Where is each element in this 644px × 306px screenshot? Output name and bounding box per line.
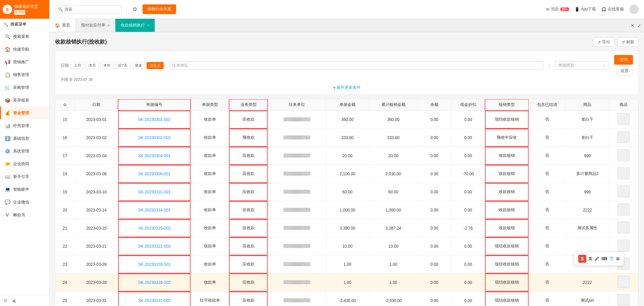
sidebar-item-system[interactable]: ⚙️ 系统管理 [0,145,49,158]
sidebar-item-finance[interactable]: 💰 资金管理 [0,107,49,119]
tab-writeoff-close[interactable]: × [147,23,149,28]
cell-cumamt: 333.00 [369,129,418,147]
sidebar-item-wechat[interactable]: 💬 企业微信 [0,196,49,208]
industry-btn[interactable]: 体验行业方案 [143,4,176,14]
export-icon: ↗ [597,40,601,45]
sidebar-item-sales[interactable]: 📋 销售管理 [0,68,49,81]
messages-btn[interactable]: ✉ 消息 99+ [546,6,569,12]
topbar-search-box[interactable]: 🔍 [55,5,122,13]
shirt-icon[interactable]: 👕 [609,256,614,261]
cell-goods: 老白干 [566,111,609,129]
col-header-writetype[interactable]: 核销类型 [485,99,529,111]
billno-link[interactable]: SK-20230315-002 [138,226,170,231]
tab-writeoff[interactable]: 收款核销执行 × [115,19,155,32]
col-header-biztype[interactable]: 业务类型 [229,99,268,111]
tab-prepay[interactable]: 预付款应付单 × [76,19,115,32]
cell-incl: 否 [529,165,566,183]
cell-goodsthumb [609,147,638,165]
billno-link[interactable]: SK-20230304-001 [138,154,170,158]
billno-link[interactable]: SK-20230331-002 [138,298,170,303]
sidebar-item-member[interactable]: V 畅会员 [0,208,49,221]
col-header-billtype[interactable]: 单据类型 [191,99,229,111]
sidebar-item-basics[interactable]: ℹ️ 基础信息 [0,132,49,145]
billno-link[interactable]: SK-20230310-001 [138,190,170,194]
billno-link[interactable]: SK-20230321-003 [138,244,170,249]
export-btn[interactable]: ↗ 导出 [593,38,614,47]
col-header-incl[interactable]: 包含已结清 [529,99,566,111]
page-title: 收款核销执行(按收款) [55,39,107,46]
col-header-cumamt[interactable]: 累计核销金额 [369,99,418,111]
float-brand-widget[interactable]: S 英 🎤 ⌨ 👕 ⊞ [574,252,624,266]
billno-link[interactable]: SK-20230328-002 [138,280,170,285]
user-avatar[interactable] [629,5,639,14]
keyboard-icon[interactable]: ⌨ [601,256,607,261]
refresh-btn[interactable]: ↺ 刷新 [617,38,639,47]
query-btn[interactable]: 查询 [614,55,633,65]
cell-discount: 0.00 [451,129,485,147]
cell-amount: 1,000.00 [326,201,369,219]
support-btn[interactable]: 🎧 在线客服 [601,6,624,12]
col-header-billno[interactable]: 单据编号 [118,99,191,111]
date-btn-7days[interactable]: 近7天 [115,62,130,69]
filter-settings-btn[interactable]: 设置 [616,66,633,76]
sidebar-item-hardware[interactable]: 💻 智能硬件 [0,183,49,196]
sidebar-item-guide[interactable]: 📖 新手引导 [0,170,49,183]
mic-icon[interactable]: 🎤 [594,256,599,261]
cell-incl: 否 [529,237,566,255]
collapse-icon[interactable]: ◀ [12,298,15,303]
cell-billno: SK-20230310-001 [118,183,191,201]
col-header-date[interactable]: 日期 [75,99,118,111]
filter-row: 日期 上月 本月 本年 近7天 更多 自定义 往来单位 ··· [61,55,633,76]
sidebar-item-enterprise[interactable]: 🤝 企业协同 [0,158,49,170]
col-header-goodsthumb[interactable]: 商品 [609,99,638,111]
hardware-icon: 💻 [4,186,10,192]
tab-expand-icon[interactable]: ⤢ [637,23,641,28]
sidebar-item-search[interactable]: 🔍 搜索菜单 [0,30,49,43]
cell-amount: 1.00 [326,255,369,273]
search-input[interactable] [64,7,111,12]
billno-link[interactable]: SK-20230308-001 [138,172,170,176]
billno-link[interactable]: SK-20230328-001 [138,262,170,267]
tab-close-all-icon[interactable]: ✕ [631,23,635,28]
col-header-balance[interactable]: 余额 [418,99,451,111]
sidebar-item-operation[interactable]: 📊 经营管理 [0,119,49,132]
sidebar-item-purchase[interactable]: 🛒 采购管理 [0,81,49,94]
sidebar-item-marketing[interactable]: 📢 营销推广 [0,56,49,68]
member-icon: V [4,212,10,218]
gear-icon[interactable]: ⚙ [131,5,139,14]
partner-select[interactable]: 往来单位 ··· [169,61,543,70]
sidebar-item-label: 新手引导 [13,174,29,180]
sidebar-item-inventory[interactable]: 📦 库存核算 [0,94,49,107]
app-download-btn[interactable]: 📱 App下载 [575,6,596,12]
sidebar-item-quicknav[interactable]: 🏠 快捷导航 [0,43,49,56]
col-header-amount[interactable]: 单据金额 [326,99,369,111]
date-btn-last-month[interactable]: 上月 [71,62,84,69]
cell-incl: 否 [529,129,566,147]
col-header-partner[interactable]: 往来单位 [268,99,326,111]
date-btn-this-month[interactable]: 本月 [86,62,99,69]
tab-prepay-close[interactable]: × [107,23,110,28]
cell-sno: 22 [55,237,75,255]
settings-icon[interactable]: ⚙ [63,103,67,107]
date-btn-this-year[interactable]: 本年 [100,62,114,69]
settings-icon[interactable]: ⚙ [3,298,8,303]
grid-icon[interactable]: ⊞ [616,256,620,261]
finance-icon: 💰 [4,110,10,116]
billno-link[interactable]: SK-20230314-001 [138,208,170,212]
cell-writetype: 收款核销 [485,165,529,183]
topbar-actions: ✉ 消息 99+ 📱 App下载 🎧 在线客服 [546,5,639,14]
bill-type-select[interactable]: 单据类型 ▼ [555,61,609,70]
tab-home[interactable]: 🏠 首页 [50,19,76,32]
col-header-goods[interactable]: 商品 [566,99,609,111]
date-btn-custom[interactable]: 自定义 [147,62,164,69]
date-btn-more[interactable]: 更多 [132,62,145,69]
expand-more-btn[interactable]: ▾ 展开更多条件 [333,85,361,90]
sidebar-search[interactable]: 🔍 搜索菜单 [0,19,49,30]
cell-discount: 0.00 [451,147,485,165]
cell-billtype: 收款单 [191,129,229,147]
col-header-sno[interactable]: ⚙ [55,99,75,111]
table-scroll[interactable]: ⚙ 日期 单据编号 单据类型 业务类型 往来单位 单据金额 累计核销金额 余额 … [55,99,638,306]
billno-link[interactable]: SK-20230301-002 [138,117,170,122]
billno-link[interactable]: SK-20230302-002 [138,135,170,140]
col-header-discount[interactable]: 现金折扣 [451,99,485,111]
